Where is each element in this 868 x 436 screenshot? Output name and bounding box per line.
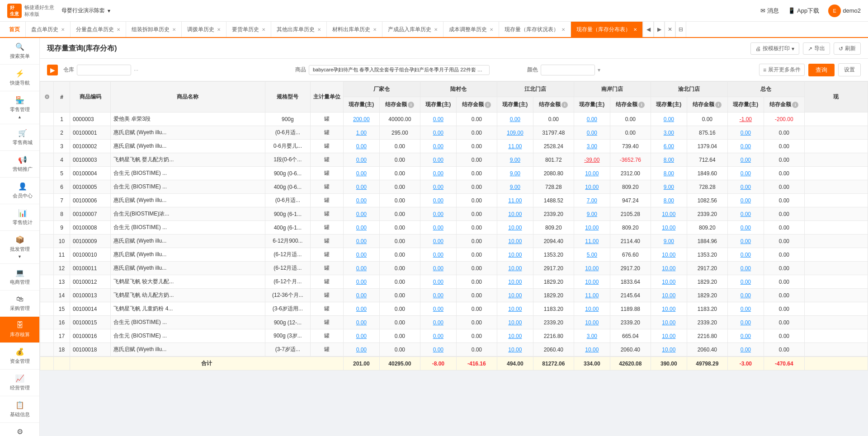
sidebar-item-retail-stats[interactable]: 📊 零售统计 [0, 204, 39, 231]
tab-cost-adjust[interactable]: 成本调整单历史 ✕ [443, 22, 499, 38]
qty-link[interactable]: 0.00 [433, 211, 443, 217]
qty-link[interactable]: 0.00 [741, 292, 751, 299]
qty-link[interactable]: 0.00 [356, 197, 367, 204]
qty-link[interactable]: 0.00 [741, 211, 751, 217]
qty-link[interactable]: 0.00 [356, 143, 367, 150]
qty-link[interactable]: 1.00 [356, 130, 367, 136]
qty-link[interactable]: 0.00 [356, 292, 367, 299]
tab-close-icon[interactable]: ✕ [317, 27, 321, 32]
qty-link[interactable]: 200.00 [353, 116, 370, 122]
setting-btn[interactable]: 设置 [838, 63, 861, 76]
sidebar-item-base-info[interactable]: 📋 基础信息 [0, 396, 39, 423]
sidebar-item-ops[interactable]: 📈 经营管理 [0, 370, 39, 396]
qty-link[interactable]: 9.00 [664, 238, 674, 244]
qty-link[interactable]: 11.00 [508, 143, 522, 150]
qty-link[interactable]: 10.00 [508, 238, 522, 244]
message-btn[interactable]: ✉ 消息 [760, 7, 779, 15]
sidebar-item-wholesale[interactable]: 📦 批发管理 ▼ [0, 231, 39, 264]
org-selector[interactable]: 母婴行业演示陈套 ▾ [61, 7, 110, 14]
qty-link[interactable]: 7.00 [587, 197, 597, 204]
app-download-btn[interactable]: 📱 App下载 [788, 7, 819, 15]
tab-transfer[interactable]: 调拨单历史 ✕ [182, 22, 226, 38]
qty-link[interactable]: 0.00 [741, 170, 751, 177]
qty-link[interactable]: 0.00 [433, 184, 443, 190]
qty-link[interactable]: 0.00 [741, 130, 751, 136]
qty-link[interactable]: 10.00 [585, 184, 599, 190]
table-scroll-area[interactable]: ⚙ # 商品编码 商品名称 规格型号 主计量单位 厂家仓 陆村仓 江北门店 南岸… [40, 81, 868, 436]
qty-link[interactable]: 0.00 [356, 225, 367, 231]
th-settings[interactable]: ⚙ [40, 82, 54, 113]
qty-link[interactable]: 0.00 [510, 116, 520, 122]
qty-link[interactable]: 9.00 [510, 170, 520, 177]
sidebar-item-inventory[interactable]: 🗄 库存核算 [0, 317, 39, 343]
qty-link[interactable]: 0.00 [433, 279, 443, 285]
qty-link[interactable]: 0.00 [433, 170, 443, 177]
qty-link[interactable]: 10.00 [662, 306, 675, 312]
tab-close-icon[interactable]: ✕ [434, 27, 438, 32]
qty-link[interactable]: 0.00 [356, 265, 367, 272]
export-btn[interactable]: ↗ 导出 [803, 42, 830, 55]
qty-link[interactable]: 11.00 [585, 238, 599, 244]
tab-next-btn[interactable]: ▶ [654, 22, 665, 38]
sidebar-item-quicknav[interactable]: ⚡ 快捷导航 [0, 65, 39, 91]
qty-link[interactable]: 10.00 [508, 265, 522, 272]
info-icon[interactable]: i [792, 102, 798, 108]
tab-other-out[interactable]: 其他出库单历史 ✕ [271, 22, 327, 38]
qty-link[interactable]: 0.00 [356, 319, 367, 326]
qty-link[interactable]: 10.00 [662, 225, 675, 231]
qty-link[interactable]: 0.00 [741, 143, 751, 150]
qty-link[interactable]: 0.00 [741, 265, 751, 272]
print-btn[interactable]: 🖨 按模板打印 ▾ [750, 42, 799, 55]
qty-link[interactable]: 0.00 [741, 333, 751, 339]
tab-close-icon[interactable]: ✕ [561, 27, 565, 32]
qty-link[interactable]: 0.00 [741, 347, 751, 353]
qty-link[interactable]: 10.00 [508, 319, 522, 326]
qty-link[interactable]: 10.00 [585, 225, 599, 231]
tab-menu-btn[interactable]: ⊟ [675, 22, 686, 38]
qty-link[interactable]: 0.00 [741, 225, 751, 231]
qty-link[interactable]: 10.00 [508, 306, 522, 312]
qty-link[interactable]: 0.00 [356, 252, 367, 258]
tab-home[interactable]: 首页 [4, 22, 26, 38]
qty-link[interactable]: 10.00 [508, 333, 522, 339]
tab-material-out[interactable]: 材料出库单历史 ✕ [327, 22, 382, 38]
qty-link[interactable]: 10.00 [585, 265, 599, 272]
qty-link[interactable]: 10.00 [662, 319, 675, 326]
warehouse-ellipsis[interactable]: ··· [134, 67, 138, 73]
query-btn[interactable]: 查询 [808, 64, 835, 76]
sidebar-item-retail-mgmt[interactable]: 🏪 零售管理 ▲ [0, 91, 39, 124]
qty-link[interactable]: 0.00 [741, 184, 751, 190]
user-area[interactable]: E demo2 [828, 5, 861, 17]
qty-link[interactable]: 10.00 [585, 306, 599, 312]
qty-link[interactable]: 0.00 [356, 184, 367, 190]
qty-link[interactable]: 10.00 [508, 211, 522, 217]
sidebar-item-search[interactable]: 🔍 搜索英单 [0, 38, 39, 65]
qty-link[interactable]: 0.00 [587, 116, 597, 122]
qty-link[interactable]: -1.00 [740, 116, 752, 122]
tab-close-icon[interactable]: ✕ [262, 27, 265, 32]
qty-link[interactable]: 0.00 [741, 252, 751, 258]
qty-link[interactable]: 0.00 [356, 333, 367, 339]
qty-link[interactable]: 0.00 [587, 130, 597, 136]
filter-toggle-btn[interactable]: ▶ [47, 65, 58, 75]
warehouse-input[interactable] [77, 65, 131, 75]
qty-link[interactable]: 0.00 [356, 306, 367, 312]
qty-link[interactable]: 9.00 [510, 184, 520, 190]
qty-link[interactable]: 10.00 [585, 279, 599, 285]
qty-link[interactable]: 0.00 [741, 279, 751, 285]
qty-link[interactable]: 10.00 [508, 225, 522, 231]
qty-link[interactable]: 0.00 [433, 265, 443, 272]
qty-link[interactable]: 0.00 [664, 116, 674, 122]
qty-link[interactable]: 0.00 [356, 279, 367, 285]
color-input[interactable] [541, 65, 595, 75]
tab-close-icon[interactable]: ✕ [373, 27, 377, 32]
tab-close-all-btn[interactable]: ✕ [665, 22, 675, 38]
qty-link[interactable]: 0.00 [356, 170, 367, 177]
refresh-btn[interactable]: ↺ 刷新 [834, 42, 861, 55]
qty-link[interactable]: 10.00 [662, 279, 675, 285]
qty-link[interactable]: 0.00 [741, 238, 751, 244]
info-icon[interactable]: i [408, 102, 414, 108]
qty-link[interactable]: 0.00 [433, 306, 443, 312]
qty-link[interactable]: 0.00 [741, 197, 751, 204]
qty-link[interactable]: 10.00 [662, 211, 675, 217]
